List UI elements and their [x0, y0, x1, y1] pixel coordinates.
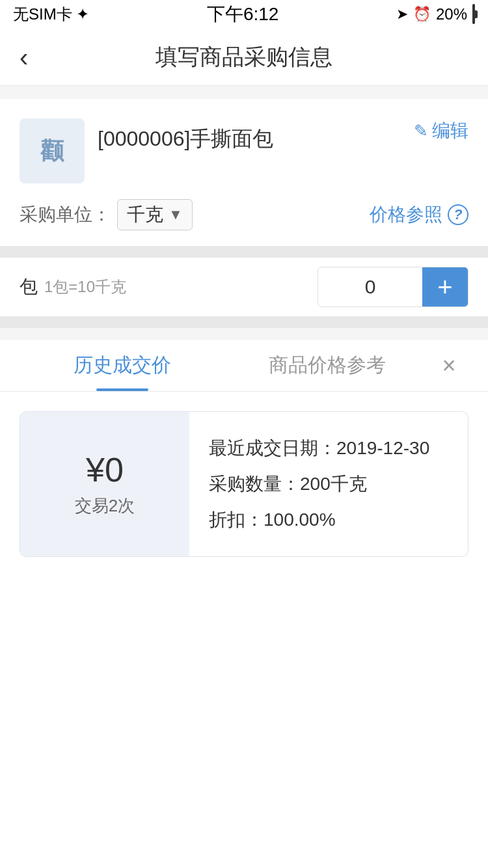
- unit-selector[interactable]: 千克 ▼: [117, 199, 193, 230]
- price-ref-button[interactable]: 价格参照 ?: [370, 202, 468, 227]
- status-carrier: 无SIM卡 ✦: [13, 4, 89, 25]
- quantity-sub-label: 1包=10千克: [44, 277, 126, 297]
- product-logo: 颧: [20, 118, 85, 183]
- card-price-value: ¥0: [86, 450, 124, 489]
- nav-bar: ‹ 填写商品采购信息: [0, 29, 488, 86]
- card-date-row: 最近成交日期：2019-12-30: [209, 435, 448, 461]
- status-time: 下午6:12: [207, 2, 279, 27]
- edit-icon: ✎: [414, 121, 428, 141]
- price-ref-help-icon: ?: [448, 204, 468, 225]
- back-button[interactable]: ‹: [20, 44, 28, 70]
- quantity-plus-button[interactable]: +: [422, 267, 468, 306]
- battery-icon: [472, 5, 475, 23]
- status-bar: 无SIM卡 ✦ 下午6:12 ➤ ⏰ 20%: [0, 0, 488, 29]
- status-right: ➤ ⏰ 20%: [396, 5, 475, 23]
- logo-icon: 颧: [40, 135, 64, 167]
- tab-active-indicator: [96, 388, 148, 391]
- edit-label: 编辑: [432, 118, 468, 143]
- battery-text: 20%: [436, 5, 467, 23]
- tabs-section: 历史成交价 商品价格参考 × ¥0 交易2次 最近成交日期：2019-12-30…: [0, 340, 488, 576]
- quantity-unit: 包: [20, 275, 38, 299]
- date-value: 2019-12-30: [336, 438, 429, 458]
- section-divider: [0, 316, 488, 328]
- unit-label: 采购单位：: [20, 202, 111, 227]
- carrier-text: 无SIM卡 ✦: [13, 4, 89, 25]
- quantity-label: 包 1包=10千克: [20, 275, 126, 299]
- product-left: 颧 [0000006]手撕面包: [20, 118, 273, 183]
- product-name: [0000006]手撕面包: [98, 118, 273, 154]
- tab-history-price[interactable]: 历史成交价: [20, 340, 224, 391]
- price-ref-label: 价格参照: [370, 202, 442, 227]
- qty-value: 200千克: [300, 474, 367, 494]
- unit-value: 千克: [127, 202, 163, 227]
- edit-button[interactable]: ✎ 编辑: [414, 118, 468, 143]
- tab-product-label: 商品价格参考: [269, 352, 386, 379]
- card-area: ¥0 交易2次 最近成交日期：2019-12-30 采购数量：200千克 折扣：…: [0, 392, 488, 576]
- date-label: 最近成交日期：: [209, 438, 336, 458]
- quantity-row: 包 1包=10千克 +: [0, 258, 488, 316]
- tab-product-price[interactable]: 商品价格参考: [224, 340, 429, 391]
- tab-close-button[interactable]: ×: [429, 346, 468, 385]
- product-section: 颧 [0000006]手撕面包 ✎ 编辑 采购单位： 千克 ▼ 价格参照 ?: [0, 99, 488, 246]
- card-price-section: ¥0 交易2次: [20, 412, 189, 556]
- tab-history-label: 历史成交价: [74, 352, 171, 379]
- unit-row: 采购单位： 千克 ▼ 价格参照 ?: [20, 199, 468, 230]
- location-icon: ➤: [396, 6, 408, 23]
- page-title: 填写商品采购信息: [156, 42, 332, 72]
- unit-arrow-icon: ▼: [169, 206, 183, 223]
- gray-divider: [0, 246, 488, 258]
- history-card: ¥0 交易2次 最近成交日期：2019-12-30 采购数量：200千克 折扣：…: [20, 411, 468, 557]
- alarm-icon: ⏰: [413, 6, 431, 23]
- tabs-header: 历史成交价 商品价格参考 ×: [0, 340, 488, 392]
- card-details: 最近成交日期：2019-12-30 采购数量：200千克 折扣：100.00%: [189, 412, 468, 556]
- product-header: 颧 [0000006]手撕面包 ✎ 编辑: [20, 118, 468, 183]
- qty-label: 采购数量：: [209, 474, 300, 494]
- quantity-input-wrap: +: [318, 267, 468, 307]
- card-discount-row: 折扣：100.00%: [209, 507, 448, 532]
- bottom-area: [0, 576, 488, 868]
- card-qty-row: 采购数量：200千克: [209, 471, 448, 496]
- card-transactions: 交易2次: [75, 495, 135, 517]
- discount-label: 折扣：: [209, 509, 264, 530]
- quantity-input[interactable]: [318, 267, 422, 306]
- discount-value: 100.00%: [264, 509, 336, 530]
